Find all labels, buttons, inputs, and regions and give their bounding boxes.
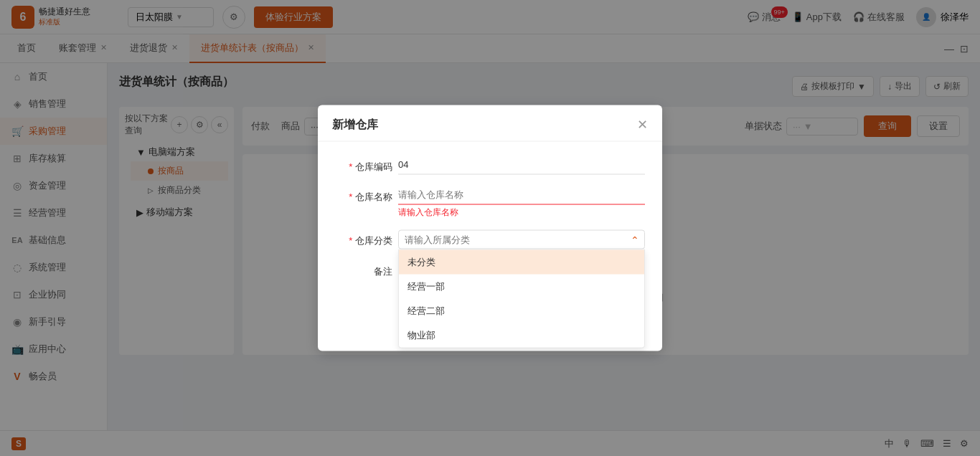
dropdown-item-uncategorized[interactable]: 未分类 [399, 250, 644, 275]
code-input-wrap [398, 156, 645, 175]
modal-body: * 仓库编码 * 仓库名称 请输入仓库名称 * 仓库分类 [318, 142, 662, 305]
add-warehouse-modal: 新增仓库 ✕ * 仓库编码 * 仓库名称 请输入仓库名称 [318, 105, 662, 351]
category-input[interactable] [398, 230, 645, 250]
name-form-row: * 仓库名称 请输入仓库名称 [335, 186, 645, 219]
name-input-wrap: 请输入仓库名称 [398, 186, 645, 219]
name-error-hint: 请输入仓库名称 [398, 206, 645, 219]
category-label: * 仓库分类 [335, 230, 392, 247]
category-select-wrap: ⌃ 未分类 经营一部 经营二部 物业部 [398, 230, 645, 250]
category-form-row: * 仓库分类 ⌃ 未分类 经营一部 经营二部 物业部 [335, 230, 645, 250]
category-arrow-icon[interactable]: ⌃ [631, 234, 639, 245]
dropdown-item-property[interactable]: 物业部 [399, 323, 644, 348]
name-input[interactable] [398, 186, 645, 205]
dropdown-item-business2[interactable]: 经营二部 [399, 299, 644, 323]
dropdown-item-business1[interactable]: 经营一部 [399, 275, 644, 299]
category-dropdown: 未分类 经营一部 经营二部 物业部 [398, 250, 645, 348]
code-label: * 仓库编码 [335, 156, 392, 174]
modal-close-button[interactable]: ✕ [637, 117, 648, 133]
code-input[interactable] [398, 156, 645, 175]
name-label: * 仓库名称 [335, 186, 392, 204]
code-form-row: * 仓库编码 [335, 156, 645, 175]
modal-title: 新增仓库 [332, 117, 378, 132]
modal-header: 新增仓库 ✕ [318, 105, 662, 142]
note-label: 备注 [335, 261, 392, 278]
